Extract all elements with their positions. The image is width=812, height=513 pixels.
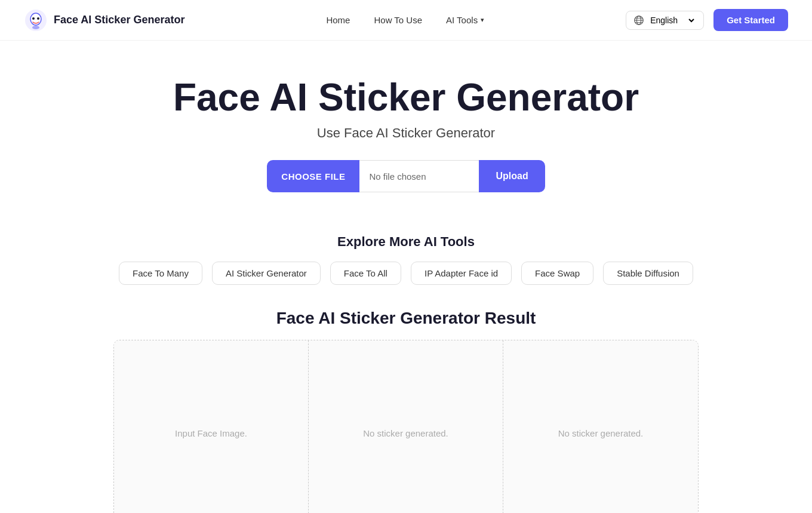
upload-button[interactable]: Upload [479, 160, 545, 192]
result-cell-sticker-2-label: No sticker generated. [558, 428, 644, 438]
tool-tag-face-swap[interactable]: Face Swap [521, 262, 593, 285]
nav-ai-tools[interactable]: AI Tools ▾ [446, 15, 484, 25]
upload-container: CHOOSE FILE Upload [267, 160, 545, 192]
get-started-button[interactable]: Get Started [713, 9, 788, 31]
explore-section: Explore More AI Tools Face To Many AI St… [0, 234, 812, 303]
tools-list: Face To Many AI Sticker Generator Face T… [119, 262, 693, 285]
globe-icon [633, 15, 644, 26]
tool-tag-face-to-many[interactable]: Face To Many [119, 262, 202, 285]
choose-file-button[interactable]: CHOOSE FILE [267, 160, 359, 192]
result-grid: Input Face Image. No sticker generated. … [113, 340, 699, 513]
language-select[interactable]: English Spanish French Chinese Japanese [648, 15, 696, 26]
tool-tag-ip-adapter[interactable]: IP Adapter Face id [411, 262, 512, 285]
tool-tag-stable-diffusion[interactable]: Stable Diffusion [603, 262, 693, 285]
result-cell-input-label: Input Face Image. [175, 428, 247, 438]
result-section: Face AI Sticker Generator Result Input F… [0, 303, 812, 513]
hero-subtitle: Use Face AI Sticker Generator [317, 125, 495, 141]
tool-tag-face-to-all[interactable]: Face To All [330, 262, 401, 285]
tool-tag-ai-sticker-generator[interactable]: AI Sticker Generator [212, 262, 321, 285]
hero-section: Face AI Sticker Generator Use Face AI St… [0, 41, 812, 234]
file-name-display [359, 160, 479, 192]
result-cell-input: Input Face Image. [114, 340, 309, 513]
logo-icon [24, 8, 48, 32]
result-cell-sticker-2: No sticker generated. [503, 340, 698, 513]
explore-title: Explore More AI Tools [337, 234, 475, 250]
result-cell-sticker-1-label: No sticker generated. [363, 428, 448, 438]
nav-right: English Spanish French Chinese Japanese … [626, 9, 788, 31]
svg-point-2 [32, 17, 35, 20]
chevron-down-icon: ▾ [481, 16, 484, 24]
result-cell-sticker-1: No sticker generated. [309, 340, 503, 513]
nav-center: Home How To Use AI Tools ▾ [326, 15, 484, 25]
hero-title: Face AI Sticker Generator [173, 76, 639, 118]
svg-point-4 [32, 26, 39, 29]
nav-how-to-use[interactable]: How To Use [374, 15, 422, 25]
language-selector[interactable]: English Spanish French Chinese Japanese [626, 11, 704, 30]
svg-point-3 [37, 17, 39, 20]
nav-home[interactable]: Home [326, 15, 350, 25]
navbar: Face AI Sticker Generator Home How To Us… [0, 0, 812, 41]
nav-left: Face AI Sticker Generator [24, 8, 184, 32]
brand-name: Face AI Sticker Generator [54, 14, 184, 26]
result-title: Face AI Sticker Generator Result [276, 309, 536, 328]
